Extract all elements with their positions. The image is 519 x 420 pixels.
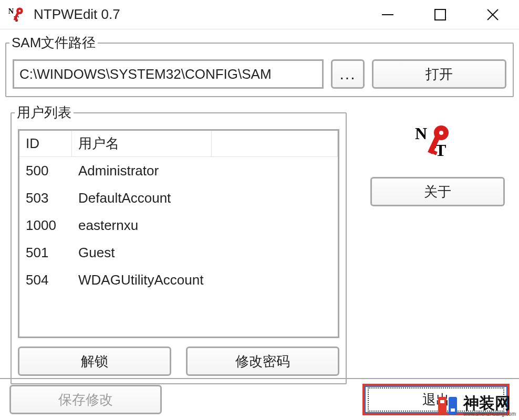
- bottom-bar: 保存修改 退出: [0, 378, 519, 420]
- user-row[interactable]: 501 Guest: [19, 239, 338, 266]
- col-header-spacer: [212, 131, 338, 156]
- user-row[interactable]: 1000 easternxu: [19, 212, 338, 239]
- exit-button[interactable]: 退出: [368, 387, 504, 412]
- sam-path-legend: SAM文件路径: [9, 34, 98, 52]
- user-name: Guest: [72, 245, 338, 261]
- user-id: 503: [19, 190, 72, 206]
- user-list-legend: 用户列表: [15, 103, 74, 122]
- about-button[interactable]: 关于: [370, 177, 505, 206]
- user-name: DefaultAccount: [72, 190, 338, 206]
- svg-point-3: [18, 9, 20, 12]
- user-id: 500: [19, 163, 72, 179]
- exit-highlight: 退出: [362, 384, 510, 415]
- close-button[interactable]: [466, 0, 519, 29]
- col-header-name[interactable]: 用户名: [72, 131, 212, 156]
- svg-rect-7: [435, 9, 445, 20]
- window-title: NTPWEdit 0.7: [34, 6, 361, 23]
- sam-path-input[interactable]: [13, 59, 324, 89]
- user-name: easternxu: [72, 217, 338, 234]
- user-list-header: ID 用户名: [19, 131, 338, 157]
- user-id: 504: [19, 272, 72, 288]
- change-password-button[interactable]: 修改密码: [186, 346, 339, 376]
- user-id: 501: [19, 245, 72, 261]
- user-list-group: 用户列表 ID 用户名 500 Administrator 503 Defaul…: [11, 103, 347, 384]
- open-button[interactable]: 打开: [372, 59, 506, 89]
- user-list[interactable]: ID 用户名 500 Administrator 503 DefaultAcco…: [18, 129, 339, 338]
- user-row[interactable]: 500 Administrator: [19, 157, 338, 184]
- app-key-icon: N T: [6, 4, 27, 25]
- maximize-button[interactable]: [414, 0, 466, 29]
- unlock-button[interactable]: 解锁: [18, 346, 171, 376]
- user-row[interactable]: 503 DefaultAccount: [19, 184, 338, 212]
- user-name: Administrator: [72, 163, 338, 179]
- svg-text:N: N: [8, 7, 14, 15]
- browse-button[interactable]: ...: [331, 59, 365, 89]
- user-id: 1000: [19, 217, 72, 234]
- sam-path-group: SAM文件路径 ... 打开: [5, 34, 514, 97]
- user-name: WDAGUtilityAccount: [72, 272, 338, 288]
- titlebar: N T NTPWEdit 0.7: [0, 0, 519, 29]
- minimize-button[interactable]: [361, 0, 414, 29]
- svg-point-13: [439, 131, 443, 135]
- col-header-id[interactable]: ID: [19, 131, 72, 156]
- svg-text:N: N: [415, 124, 427, 143]
- save-changes-button[interactable]: 保存修改: [9, 385, 162, 414]
- user-row[interactable]: 504 WDAGUtilityAccount: [19, 266, 338, 293]
- app-logo-icon: N T: [414, 121, 461, 161]
